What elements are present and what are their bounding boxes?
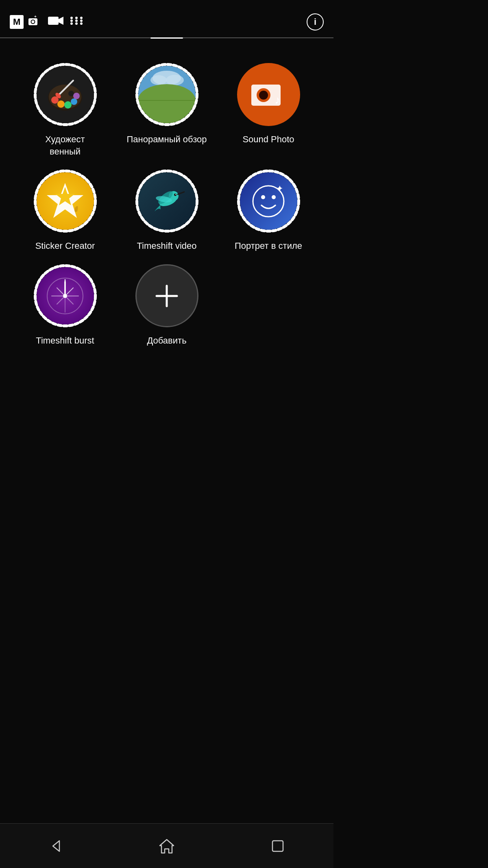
sticker-creator-label: Sticker Creator <box>35 240 95 252</box>
svg-point-65 <box>63 294 67 298</box>
app-item-timeshift-video[interactable]: Timeshift video <box>118 170 216 252</box>
svg-text:♪: ♪ <box>274 94 280 106</box>
portrait-icon-wrapper: ✦ <box>237 170 300 233</box>
timeshift-burst-label: Timeshift burst <box>36 335 94 347</box>
svg-point-29 <box>150 75 167 85</box>
svg-point-23 <box>73 93 80 99</box>
app-item-panorama[interactable]: Панорамный обзор <box>118 63 216 157</box>
svg-point-6 <box>70 17 73 19</box>
info-icon[interactable]: i <box>307 13 324 30</box>
panorama-icon-inner <box>138 66 196 123</box>
svg-point-12 <box>70 22 73 25</box>
svg-marker-68 <box>53 841 59 851</box>
timeshift-burst-icon-wrapper <box>34 264 97 327</box>
sound-photo-icon-inner: ♪ <box>237 63 300 126</box>
svg-point-51 <box>261 195 265 199</box>
svg-point-2 <box>32 20 35 23</box>
svg-point-30 <box>166 75 184 85</box>
recents-button[interactable] <box>269 838 286 855</box>
svg-point-14 <box>80 22 83 25</box>
app-item-sound-photo[interactable]: ♪ Sound Photo <box>220 63 317 157</box>
grid-dots-icon[interactable] <box>69 15 84 29</box>
svg-point-44 <box>174 194 176 196</box>
svg-point-10 <box>75 20 78 22</box>
svg-point-7 <box>75 17 78 19</box>
video-icon[interactable] <box>48 15 64 29</box>
svg-text:✦: ✦ <box>277 185 283 193</box>
app-item-add[interactable]: Добавить <box>118 264 216 347</box>
timeshift-video-icon-wrapper <box>135 170 198 233</box>
add-icon-wrapper <box>135 264 198 327</box>
sound-photo-label: Sound Photo <box>242 133 294 146</box>
panorama-label: Панорамный обзор <box>126 133 207 146</box>
svg-rect-4 <box>48 17 59 25</box>
portrait-icon-inner: ✦ <box>240 172 297 230</box>
svg-point-52 <box>272 195 276 199</box>
top-bar: M + <box>0 0 333 37</box>
svg-point-8 <box>80 17 83 19</box>
back-button[interactable] <box>47 838 64 855</box>
home-button[interactable] <box>158 838 175 855</box>
svg-point-11 <box>80 20 83 22</box>
m-icon[interactable]: M <box>10 15 24 29</box>
svg-point-36 <box>259 91 268 100</box>
top-bar-left: M + <box>10 15 84 29</box>
svg-point-18 <box>68 91 74 96</box>
bottom-nav <box>0 823 333 868</box>
svg-line-46 <box>178 192 184 194</box>
timeshift-burst-icon-inner <box>37 267 94 324</box>
svg-rect-70 <box>272 841 283 851</box>
sound-photo-icon-wrapper: ♪ <box>237 63 300 126</box>
app-item-portrait[interactable]: ✦ Портрет в стиле <box>220 170 317 252</box>
artistic-icon-wrapper <box>34 63 97 126</box>
svg-point-20 <box>57 100 65 108</box>
svg-text:+: + <box>34 15 37 19</box>
timeshift-video-label: Timeshift video <box>137 240 196 252</box>
camera-plus-icon[interactable]: + <box>28 15 43 29</box>
app-item-sticker-creator[interactable]: Sticker Creator <box>16 170 114 252</box>
panorama-icon-wrapper <box>135 63 198 126</box>
artistic-icon-inner <box>37 66 94 123</box>
timeshift-video-icon-inner <box>138 172 196 230</box>
add-label: Добавить <box>147 335 186 347</box>
app-grid: Художественный <box>0 39 333 363</box>
svg-point-22 <box>71 98 77 105</box>
add-plus-icon <box>155 284 179 308</box>
sticker-creator-icon-inner <box>37 172 94 230</box>
svg-marker-5 <box>59 17 63 25</box>
svg-point-21 <box>64 101 72 109</box>
svg-point-45 <box>175 194 176 195</box>
portrait-label: Портрет в стиле <box>235 240 302 252</box>
app-item-artistic[interactable]: Художественный <box>16 63 114 157</box>
svg-point-9 <box>70 20 73 22</box>
app-item-timeshift-burst[interactable]: Timeshift burst <box>16 264 114 347</box>
sticker-creator-icon-wrapper <box>34 170 97 233</box>
svg-marker-69 <box>160 840 174 853</box>
svg-point-13 <box>75 22 78 25</box>
artistic-label: Художественный <box>45 133 85 157</box>
